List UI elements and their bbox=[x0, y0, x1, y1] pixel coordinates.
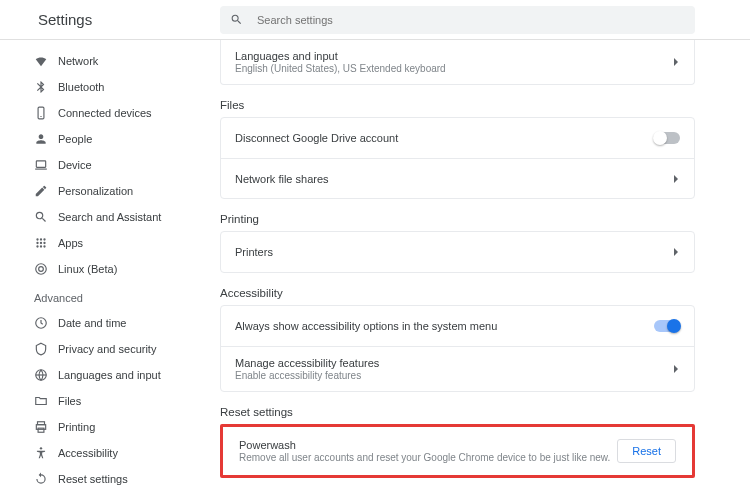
sidebar-item-apps[interactable]: Apps bbox=[34, 230, 220, 256]
globe-icon bbox=[34, 368, 58, 382]
sidebar-item-personalization[interactable]: Personalization bbox=[34, 178, 220, 204]
row-network-shares[interactable]: Network file shares bbox=[221, 158, 694, 198]
svg-point-12 bbox=[43, 245, 45, 247]
sidebar-item-privacy[interactable]: Privacy and security bbox=[34, 336, 220, 362]
apps-icon bbox=[34, 236, 58, 250]
clock-icon bbox=[34, 316, 58, 330]
row-title: Manage accessibility features bbox=[235, 357, 673, 369]
row-subtitle: Remove all user accounts and reset your … bbox=[239, 452, 617, 463]
printer-icon bbox=[34, 420, 58, 434]
sidebar-item-network[interactable]: Network bbox=[34, 48, 220, 74]
toggle-disconnect-drive[interactable] bbox=[654, 132, 680, 144]
svg-point-9 bbox=[43, 242, 45, 244]
section-heading-printing: Printing bbox=[220, 213, 695, 225]
chevron-right-icon bbox=[673, 364, 680, 374]
sidebar-item-files[interactable]: Files bbox=[34, 388, 220, 414]
svg-point-5 bbox=[40, 238, 42, 240]
search-icon bbox=[34, 210, 58, 224]
sidebar-item-label: Connected devices bbox=[58, 107, 152, 119]
sidebar-item-search-assistant[interactable]: Search and Assistant bbox=[34, 204, 220, 230]
sidebar-item-languages[interactable]: Languages and input bbox=[34, 362, 220, 388]
sidebar-item-label: Accessibility bbox=[58, 447, 118, 459]
row-title: Always show accessibility options in the… bbox=[235, 320, 654, 332]
wifi-icon bbox=[34, 54, 58, 68]
sidebar-item-label: Search and Assistant bbox=[58, 211, 161, 223]
sidebar-item-device[interactable]: Device bbox=[34, 152, 220, 178]
person-icon bbox=[34, 132, 58, 146]
chevron-right-icon bbox=[673, 247, 680, 257]
sidebar-item-label: Languages and input bbox=[58, 369, 161, 381]
sidebar-item-label: Files bbox=[58, 395, 81, 407]
sidebar-item-label: Apps bbox=[58, 237, 83, 249]
sidebar-item-reset[interactable]: Reset settings bbox=[34, 466, 220, 492]
row-title: Disconnect Google Drive account bbox=[235, 132, 654, 144]
sidebar-item-label: Personalization bbox=[58, 185, 133, 197]
sidebar-item-accessibility[interactable]: Accessibility bbox=[34, 440, 220, 466]
sidebar-item-label: Privacy and security bbox=[58, 343, 156, 355]
linux-icon bbox=[34, 262, 58, 276]
chevron-right-icon bbox=[673, 174, 680, 184]
svg-rect-2 bbox=[36, 161, 45, 167]
svg-point-8 bbox=[40, 242, 42, 244]
row-subtitle: English (United States), US Extended key… bbox=[235, 63, 673, 74]
accessibility-icon bbox=[34, 446, 58, 460]
svg-point-4 bbox=[36, 238, 38, 240]
row-printers[interactable]: Printers bbox=[221, 232, 694, 272]
sidebar-item-label: Printing bbox=[58, 421, 95, 433]
search-container[interactable] bbox=[220, 6, 695, 34]
row-languages-input[interactable]: Languages and input English (United Stat… bbox=[221, 40, 694, 84]
svg-point-14 bbox=[39, 267, 44, 272]
shield-icon bbox=[34, 342, 58, 356]
sidebar-item-label: Date and time bbox=[58, 317, 126, 329]
sidebar-item-linux[interactable]: Linux (Beta) bbox=[34, 256, 220, 282]
svg-point-6 bbox=[43, 238, 45, 240]
chevron-right-icon bbox=[673, 57, 680, 67]
sidebar-item-label: Linux (Beta) bbox=[58, 263, 117, 275]
search-input[interactable] bbox=[257, 14, 685, 26]
row-disconnect-drive[interactable]: Disconnect Google Drive account bbox=[221, 118, 694, 158]
row-title: Powerwash bbox=[239, 439, 617, 451]
svg-rect-0 bbox=[38, 107, 44, 119]
reset-button[interactable]: Reset bbox=[617, 439, 676, 463]
edit-icon bbox=[34, 184, 58, 198]
row-title: Languages and input bbox=[235, 50, 673, 62]
row-always-show-accessibility[interactable]: Always show accessibility options in the… bbox=[221, 306, 694, 346]
sidebar-item-label: Network bbox=[58, 55, 98, 67]
phone-icon bbox=[34, 106, 58, 120]
sidebar-item-date-time[interactable]: Date and time bbox=[34, 310, 220, 336]
svg-point-13 bbox=[36, 264, 47, 275]
reset-icon bbox=[34, 472, 58, 486]
bluetooth-icon bbox=[34, 80, 58, 94]
row-powerwash: Powerwash Remove all user accounts and r… bbox=[225, 429, 690, 473]
svg-point-11 bbox=[40, 245, 42, 247]
folder-icon bbox=[34, 394, 58, 408]
laptop-icon bbox=[34, 158, 58, 172]
sidebar-item-label: Device bbox=[58, 159, 92, 171]
section-heading-reset: Reset settings bbox=[220, 406, 695, 418]
sidebar-item-connected-devices[interactable]: Connected devices bbox=[34, 100, 220, 126]
advanced-heading[interactable]: Advanced bbox=[34, 282, 220, 310]
svg-point-7 bbox=[36, 242, 38, 244]
section-heading-accessibility: Accessibility bbox=[220, 287, 695, 299]
sidebar-item-printing[interactable]: Printing bbox=[34, 414, 220, 440]
svg-point-21 bbox=[40, 447, 42, 449]
sidebar-item-people[interactable]: People bbox=[34, 126, 220, 152]
svg-point-10 bbox=[36, 245, 38, 247]
section-heading-files: Files bbox=[220, 99, 695, 111]
toggle-always-accessibility[interactable] bbox=[654, 320, 680, 332]
highlight-box: Powerwash Remove all user accounts and r… bbox=[220, 424, 695, 478]
row-title: Printers bbox=[235, 246, 673, 258]
sidebar-item-label: Reset settings bbox=[58, 473, 128, 485]
row-subtitle: Enable accessibility features bbox=[235, 370, 673, 381]
sidebar-item-label: Bluetooth bbox=[58, 81, 104, 93]
main-content: Languages and input English (United Stat… bbox=[220, 40, 750, 492]
sidebar-item-bluetooth[interactable]: Bluetooth bbox=[34, 74, 220, 100]
row-manage-accessibility[interactable]: Manage accessibility features Enable acc… bbox=[221, 346, 694, 391]
page-title: Settings bbox=[0, 11, 220, 28]
search-icon bbox=[230, 13, 243, 26]
sidebar: Network Bluetooth Connected devices Peop… bbox=[0, 40, 220, 492]
row-title: Network file shares bbox=[235, 173, 673, 185]
sidebar-item-label: People bbox=[58, 133, 92, 145]
